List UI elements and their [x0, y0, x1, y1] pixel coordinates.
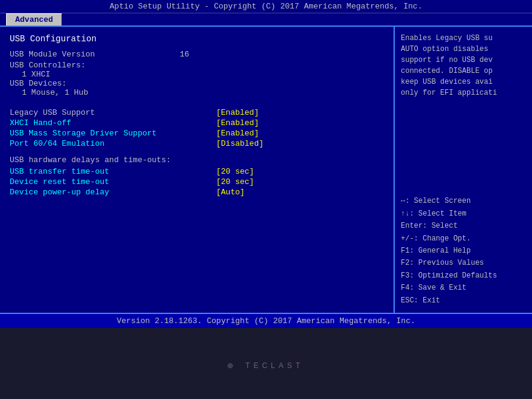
setting-legacy-usb[interactable]: Legacy USB Support [Enabled] [10, 108, 384, 117]
monitor: Aptio Setup Utility - Copyright (C) 2017… [0, 0, 532, 399]
setting-device-powerup[interactable]: Device power-up delay [Auto] [10, 188, 384, 197]
status-bar: Version 2.18.1263. Copyright (C) 2017 Am… [0, 313, 532, 328]
main-content: USB Configuration USB Module Version 16 … [0, 26, 532, 313]
module-version-value: 16 [180, 50, 189, 59]
key-change-opt: +/-: Change Opt. [401, 233, 526, 245]
title-text: Aptio Setup Utility - Copyright (C) 2017… [110, 2, 423, 11]
key-f1: F1: General Help [401, 245, 526, 257]
setting-port-emulation-value: [Disabled] [216, 139, 264, 148]
setting-xhci-label: XHCI Hand-off [10, 118, 216, 128]
setting-legacy-usb-value: [Enabled] [216, 108, 259, 117]
module-version-row: USB Module Version 16 [10, 50, 384, 59]
setting-usb-mass-storage[interactable]: USB Mass Storage Driver Support [Enabled… [10, 129, 384, 138]
section-title: USB Configuration [10, 34, 384, 44]
controllers-label: USB Controllers: [10, 61, 384, 70]
key-select-screen: ↔: Select Screen [401, 195, 526, 207]
brand-name: TECLAST [245, 361, 304, 370]
delays-title: USB hardware delays and time-outs: [10, 155, 384, 165]
devices-label: USB Devices: [10, 79, 384, 88]
key-f3: F3: Optimized Defaults [401, 270, 526, 282]
key-esc: ESC: Exit [401, 295, 526, 307]
setting-legacy-usb-label: Legacy USB Support [10, 108, 216, 117]
setting-usb-mass-storage-label: USB Mass Storage Driver Support [10, 129, 216, 138]
right-panel: Enables Legacy USB su AUTO option disabl… [395, 27, 532, 313]
setting-usb-mass-storage-value: [Enabled] [216, 129, 259, 138]
setting-device-reset-value: [20 sec] [216, 177, 254, 186]
controllers-value: 1 XHCI [10, 70, 384, 79]
brand-icon: ⊕ [227, 361, 237, 370]
key-f2: F2: Previous Values [401, 257, 526, 269]
setting-usb-transfer[interactable]: USB transfer time-out [20 sec] [10, 167, 384, 176]
setting-port-emulation[interactable]: Port 60/64 Emulation [Disabled] [10, 139, 384, 148]
setting-usb-transfer-value: [20 sec] [216, 167, 254, 176]
controllers-block: USB Controllers: 1 XHCI USB Devices: 1 M… [10, 61, 384, 97]
bezel-bottom: ⊕ TECLAST [0, 328, 532, 399]
help-keys: ↔: Select Screen ↑↓: Select Item Enter: … [401, 195, 526, 307]
devices-value: 1 Mouse, 1 Hub [10, 88, 384, 97]
tab-row: Advanced [0, 13, 532, 26]
bios-screen: Aptio Setup Utility - Copyright (C) 2017… [0, 0, 532, 328]
setting-usb-transfer-label: USB transfer time-out [10, 167, 216, 176]
setting-device-reset[interactable]: Device reset time-out [20 sec] [10, 177, 384, 186]
setting-device-powerup-value: [Auto] [216, 188, 245, 197]
setting-port-emulation-label: Port 60/64 Emulation [10, 139, 216, 148]
tab-advanced-label: Advanced [15, 15, 53, 24]
setting-xhci-value: [Enabled] [216, 118, 259, 128]
help-text: Enables Legacy USB su AUTO option disabl… [401, 33, 526, 98]
left-panel: USB Configuration USB Module Version 16 … [0, 27, 395, 313]
key-select-item: ↑↓: Select Item [401, 208, 526, 220]
key-f4: F4: Save & Exit [401, 282, 526, 294]
setting-xhci[interactable]: XHCI Hand-off [Enabled] [10, 118, 384, 128]
key-enter: Enter: Select [401, 220, 526, 232]
status-text: Version 2.18.1263. Copyright (C) 2017 Am… [117, 316, 415, 326]
setting-device-reset-label: Device reset time-out [10, 177, 216, 186]
setting-device-powerup-label: Device power-up delay [10, 188, 216, 197]
tab-advanced[interactable]: Advanced [6, 13, 62, 26]
brand-logo: ⊕ TECLAST [227, 356, 305, 372]
title-bar: Aptio Setup Utility - Copyright (C) 2017… [0, 0, 532, 13]
module-version-label: USB Module Version [10, 50, 180, 59]
